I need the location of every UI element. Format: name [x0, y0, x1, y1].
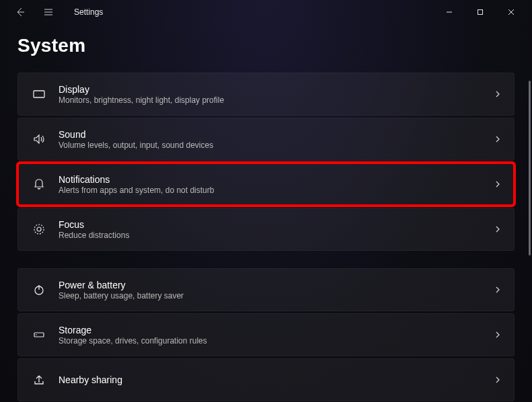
maximize-icon [477, 9, 484, 15]
chevron-right-icon [494, 180, 502, 188]
close-button[interactable] [496, 1, 527, 23]
settings-row-notifications[interactable]: Notifications Alerts from apps and syste… [17, 163, 515, 206]
chevron-right-icon [494, 331, 502, 339]
settings-row-storage[interactable]: Storage Storage space, drives, configura… [17, 313, 515, 356]
chevron-right-icon [494, 225, 502, 233]
scrollbar[interactable] [529, 81, 531, 255]
storage-icon [30, 326, 48, 344]
row-title: Sound [59, 129, 494, 140]
row-subtitle: Alerts from apps and system, do not dist… [59, 186, 494, 195]
share-icon [30, 371, 48, 389]
svg-point-6 [36, 334, 37, 335]
row-title: Storage [59, 325, 494, 335]
back-button[interactable] [12, 4, 28, 20]
minimize-button[interactable] [434, 1, 465, 23]
window-controls [434, 1, 527, 23]
settings-row-sound[interactable]: Sound Volume levels, output, input, soun… [17, 118, 515, 161]
display-icon [30, 85, 48, 103]
svg-point-2 [34, 225, 44, 234]
app-name: Settings [74, 7, 103, 17]
power-icon [30, 281, 48, 298]
hamburger-icon [43, 7, 54, 17]
row-subtitle: Monitors, brightness, night light, displ… [59, 95, 494, 105]
settings-row-display[interactable]: Display Monitors, brightness, night ligh… [17, 73, 515, 116]
bell-icon [30, 175, 48, 193]
row-subtitle: Storage space, drives, configuration rul… [59, 336, 494, 346]
page-title: System [0, 24, 532, 73]
close-icon [508, 9, 515, 15]
chevron-right-icon [494, 90, 502, 98]
chevron-right-icon [494, 286, 502, 294]
row-subtitle: Reduce distractions [59, 231, 494, 240]
svg-rect-1 [34, 91, 44, 97]
row-title: Power & battery [59, 280, 494, 290]
chevron-right-icon [494, 376, 502, 384]
row-subtitle: Sleep, battery usage, battery saver [59, 291, 494, 300]
maximize-button[interactable] [465, 1, 496, 23]
minimize-icon [446, 9, 453, 15]
chevron-right-icon [494, 135, 502, 143]
svg-point-3 [37, 227, 41, 231]
row-title: Focus [59, 219, 494, 230]
focus-icon [30, 220, 48, 238]
hamburger-menu-button[interactable] [40, 4, 56, 20]
row-subtitle: Volume levels, output, input, sound devi… [59, 140, 494, 150]
titlebar: Settings [0, 0, 532, 24]
arrow-left-icon [15, 7, 26, 17]
row-title: Display [59, 84, 494, 95]
settings-content: Display Monitors, brightness, night ligh… [0, 73, 532, 402]
svg-rect-0 [478, 10, 483, 15]
row-title: Nearby sharing [59, 374, 494, 385]
settings-row-focus[interactable]: Focus Reduce distractions [17, 208, 515, 251]
svg-rect-5 [34, 333, 44, 337]
settings-row-power-battery[interactable]: Power & battery Sleep, battery usage, ba… [17, 268, 515, 311]
sound-icon [30, 130, 48, 148]
row-title: Notifications [59, 174, 494, 185]
settings-row-nearby-sharing[interactable]: Nearby sharing [17, 358, 515, 401]
